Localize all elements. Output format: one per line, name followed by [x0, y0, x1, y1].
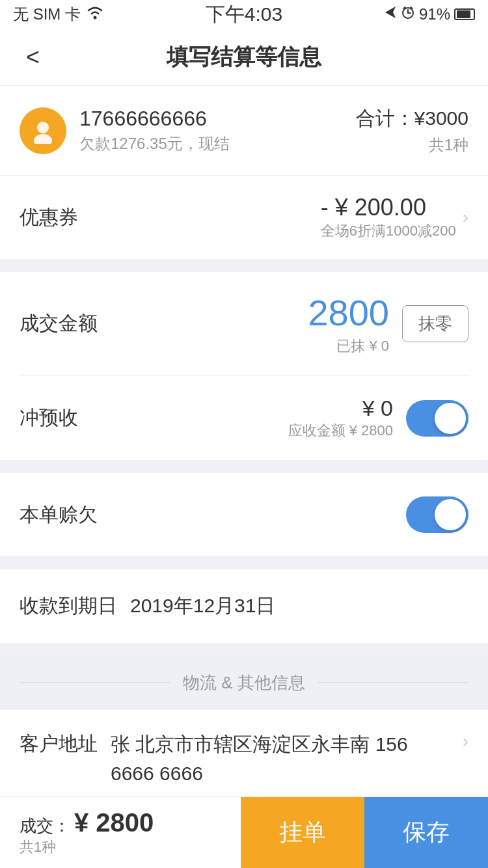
alarm-icon [401, 5, 415, 23]
coupon-discount-block: - ¥ 200.00 全场6折满1000减200 [321, 194, 456, 241]
bottom-amount: ¥ 2800 [74, 808, 154, 837]
divider-line-left [20, 683, 170, 683]
debt-label: 本单赊欠 [20, 502, 98, 528]
back-button[interactable]: < [20, 37, 46, 77]
status-right: 91% [384, 5, 475, 23]
debt-section: 本单赊欠 [0, 473, 488, 556]
user-phone: 17666666666 [79, 107, 230, 131]
address-label: 客户地址 [20, 729, 98, 757]
divider-line-right [318, 683, 468, 683]
bottom-info: 成交： ¥ 2800 共1种 [0, 808, 241, 857]
save-button[interactable]: 保存 [364, 797, 488, 869]
location-icon [384, 5, 397, 23]
amount-label: 成交金额 [20, 310, 98, 337]
divider-section: 物流 & 其他信息 [0, 656, 488, 710]
user-info-row: 17666666666 欠款1276.35元，现结 合计：¥3000 共1种 [0, 86, 488, 175]
user-sub: 欠款1276.35元，现结 [79, 133, 230, 154]
prepay-row: 冲预收 ¥ 0 应收金额 ¥ 2800 [20, 376, 468, 460]
svg-marker-1 [385, 7, 396, 18]
address-chevron-icon: › [463, 729, 468, 752]
amount-sub: 已抹 ¥ 0 [308, 336, 389, 356]
duedate-row: 收款到期日 2019年12月31日 [20, 569, 468, 643]
user-left: 17666666666 欠款1276.35元，现结 [20, 107, 230, 154]
wifi-icon [86, 5, 104, 23]
duedate-section: 收款到期日 2019年12月31日 [0, 569, 488, 643]
coupon-right: - ¥ 200.00 全场6折满1000减200 › [321, 194, 468, 241]
svg-point-8 [34, 134, 52, 144]
battery-icon [454, 8, 475, 20]
total-amount: 合计：¥3000 [356, 105, 468, 132]
duedate-label: 收款到期日 [20, 593, 117, 619]
amount-section: 成交金额 2800 已抹 ¥ 0 抹零 冲预收 ¥ 0 应收金额 ¥ 2800 [0, 272, 488, 460]
svg-point-7 [37, 122, 49, 133]
nav-bar: < 填写结算等信息 [0, 29, 488, 86]
hang-button[interactable]: 挂单 [241, 797, 364, 869]
amount-right: 2800 已抹 ¥ 0 抹零 [308, 292, 468, 356]
address-row[interactable]: 客户地址 张 北京市市辖区海淀区永丰南 156 6666 6666 › [20, 710, 468, 807]
user-details: 17666666666 欠款1276.35元，现结 [79, 107, 230, 154]
toggle-knob [435, 403, 466, 434]
avatar [20, 107, 66, 154]
debt-toggle[interactable] [406, 496, 468, 533]
bottom-deal-label: 成交： [20, 815, 70, 837]
coupon-label: 优惠券 [20, 204, 78, 231]
prepay-amount-block: ¥ 0 应收金额 ¥ 2800 [288, 396, 393, 441]
user-total: 合计：¥3000 共1种 [356, 105, 468, 156]
prepay-receivable: 应收金额 ¥ 2800 [288, 421, 393, 441]
address-section: 客户地址 张 北京市市辖区海淀区永丰南 156 6666 6666 › [0, 710, 488, 807]
round-button[interactable]: 抹零 [402, 305, 468, 342]
prepay-label: 冲预收 [20, 405, 78, 431]
amount-row: 成交金额 2800 已抹 ¥ 0 抹零 [20, 272, 468, 376]
divider-text: 物流 & 其他信息 [183, 671, 305, 694]
duedate-value: 2019年12月31日 [130, 593, 275, 619]
divider-row: 物流 & 其他信息 [0, 656, 488, 710]
coupon-row[interactable]: 优惠券 - ¥ 200.00 全场6折满1000减200 › [0, 175, 488, 259]
bottom-count: 共1种 [20, 837, 221, 857]
coupon-desc: 全场6折满1000减200 [321, 221, 456, 241]
carrier-text: 无 SIM 卡 [13, 4, 81, 25]
status-bar: 无 SIM 卡 下午4:03 91% [0, 0, 488, 29]
bottom-bar: 成交： ¥ 2800 共1种 挂单 保存 [0, 796, 488, 868]
address-value: 张 北京市市辖区海淀区永丰南 156 6666 6666 [111, 729, 456, 788]
debt-toggle-knob [435, 499, 466, 530]
amount-value-block: 2800 已抹 ¥ 0 [308, 292, 389, 356]
total-count: 共1种 [356, 135, 468, 156]
battery-text: 91% [419, 5, 450, 23]
debt-row: 本单赊欠 [20, 473, 468, 556]
content: 17666666666 欠款1276.35元，现结 合计：¥3000 共1种 优… [0, 86, 488, 868]
amount-value: 2800 [308, 292, 389, 334]
status-left: 无 SIM 卡 [13, 4, 104, 25]
svg-point-0 [94, 16, 97, 20]
bottom-deal-row: 成交： ¥ 2800 [20, 808, 221, 837]
page-title: 填写结算等信息 [167, 42, 321, 72]
prepay-value: ¥ 0 [288, 396, 393, 421]
status-time: 下午4:03 [206, 1, 282, 28]
user-info-section: 17666666666 欠款1276.35元，现结 合计：¥3000 共1种 优… [0, 86, 488, 259]
chevron-right-icon: › [463, 207, 468, 228]
prepay-right: ¥ 0 应收金额 ¥ 2800 [288, 396, 468, 441]
prepay-toggle[interactable] [406, 400, 468, 437]
coupon-discount: - ¥ 200.00 [321, 194, 456, 221]
